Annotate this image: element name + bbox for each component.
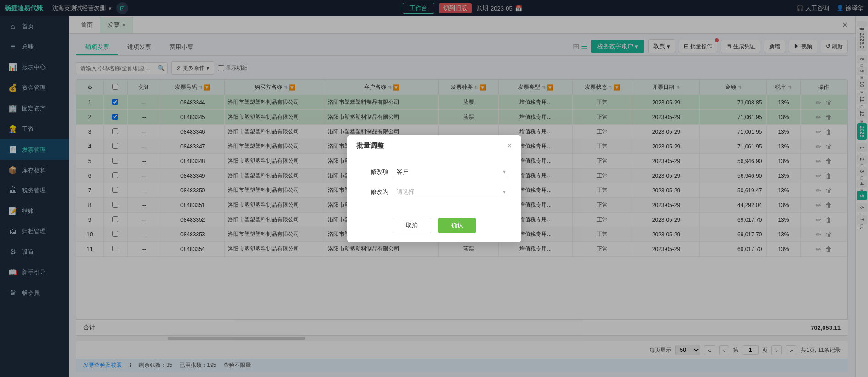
batch-adjust-modal: 批量调整 × 修改项 客户 发票类型 ▾ 修改为 请选择 [347,135,521,242]
modal-field-row: 修改项 客户 发票类型 ▾ [361,166,508,177]
modal-to-row: 修改为 请选择 ▾ [361,186,508,197]
modal-confirm-btn[interactable]: 确认 [438,218,476,233]
modal-body: 修改项 客户 发票类型 ▾ 修改为 请选择 ▾ [347,155,521,214]
modal-header: 批量调整 × [347,135,521,155]
modal-to-select-wrap: 请选择 ▾ [394,186,508,197]
modal-title: 批量调整 [356,142,384,150]
modal-field-select-wrap: 客户 发票类型 ▾ [394,166,508,177]
modal-overlay: 批量调整 × 修改项 客户 发票类型 ▾ 修改为 请选择 [0,0,868,377]
modal-field-label: 修改项 [361,168,388,176]
modal-to-label: 修改为 [361,188,388,196]
modal-to-select[interactable]: 请选择 [394,186,508,197]
modal-cancel-btn[interactable]: 取消 [393,218,431,233]
modal-field-select[interactable]: 客户 发票类型 [394,166,508,177]
modal-footer: 取消 确认 [347,214,521,242]
modal-close-btn[interactable]: × [507,142,512,150]
